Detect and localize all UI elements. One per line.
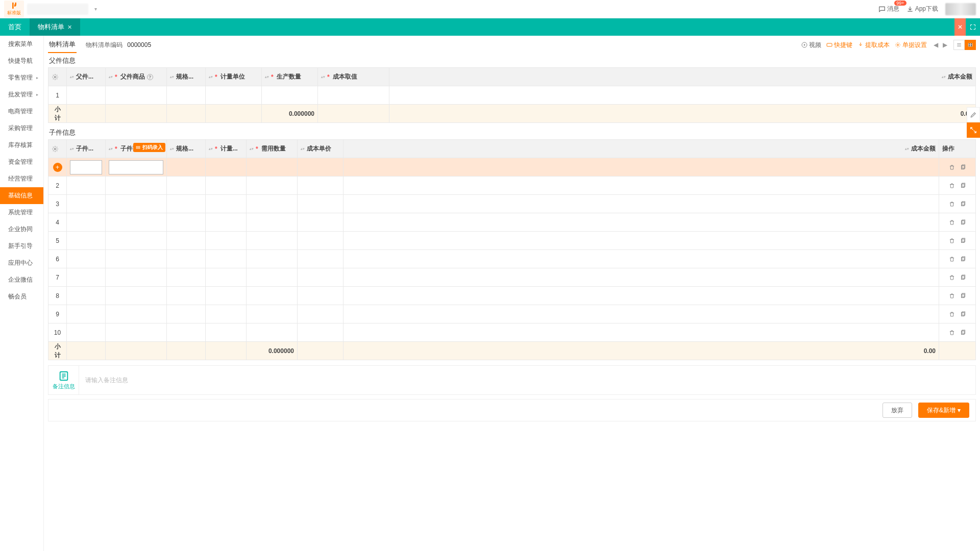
sidebar-item[interactable]: 畅会员 [0, 288, 43, 305]
remark-input[interactable] [79, 366, 975, 394]
tab-home-label: 首页 [8, 22, 21, 32]
delete-row-icon[interactable] [949, 183, 955, 189]
copy-row-icon[interactable] [960, 238, 966, 244]
shortcut-link[interactable]: 快捷键 [826, 41, 852, 49]
sidebar-item[interactable]: 企业微信 [0, 271, 43, 288]
nav-next[interactable]: ▶ [941, 40, 948, 49]
view-form[interactable] [965, 40, 976, 50]
parent-row-1[interactable]: 1 [48, 86, 976, 105]
dock-expand-button[interactable] [967, 122, 980, 138]
svg-point-4 [54, 148, 56, 150]
delete-row-icon[interactable] [949, 164, 955, 170]
child-row[interactable]: 6 [48, 250, 976, 268]
child-col-unit[interactable]: ▴▾*计量... [206, 140, 247, 158]
tabbar-close-button[interactable]: ✕ [954, 18, 966, 36]
top-header: 标准版 ▾ 消息 99+ App下载 [0, 0, 980, 18]
child-code-input[interactable] [70, 160, 102, 174]
parent-col-code[interactable]: ▴▾父件... [67, 68, 106, 86]
copy-row-icon[interactable] [960, 219, 966, 226]
delete-row-icon[interactable] [949, 219, 955, 226]
delete-row-icon[interactable] [949, 330, 955, 336]
child-col-product[interactable]: ▴▾*子件商... 扫码录入 [106, 140, 167, 158]
add-row-button[interactable]: + [53, 163, 62, 172]
copy-row-icon[interactable] [960, 164, 966, 170]
child-col-qty[interactable]: ▴▾*需用数量 [247, 140, 298, 158]
sidebar-item[interactable]: 库存核算 [0, 137, 43, 154]
save-new-button[interactable]: 保存&新增▾ [918, 403, 969, 418]
extract-cost-link[interactable]: 提取成本 [857, 41, 890, 49]
sidebar-item[interactable]: 资金管理 [0, 154, 43, 170]
copy-row-icon[interactable] [960, 201, 966, 207]
child-col-code[interactable]: ▴▾子件... [67, 140, 106, 158]
child-row[interactable]: 4 [48, 213, 976, 232]
sidebar-item[interactable]: 电商管理 [0, 103, 43, 120]
app-download-button[interactable]: App下载 [906, 5, 938, 13]
sidebar-item[interactable]: 基础信息 [0, 187, 43, 204]
child-row[interactable]: 10 [48, 323, 976, 342]
child-row[interactable]: 3 [48, 195, 976, 213]
sidebar-item[interactable]: 搜索菜单 [0, 36, 43, 53]
app-download-label: App下载 [915, 5, 938, 13]
parent-col-amount[interactable]: ▴▾成本金额 [389, 68, 976, 86]
sidebar-item[interactable]: 批发管理▸ [0, 86, 43, 103]
child-row[interactable]: 2 [48, 177, 976, 195]
close-icon[interactable]: ✕ [67, 24, 72, 31]
form-setting-link[interactable]: 单据设置 [895, 41, 927, 49]
copy-row-icon[interactable] [960, 256, 966, 262]
parent-col-product[interactable]: ▴▾*父件商品? [106, 68, 167, 86]
view-list[interactable] [953, 40, 965, 50]
delete-row-icon[interactable] [949, 274, 955, 281]
child-row[interactable]: 9 [48, 305, 976, 323]
delete-row-icon[interactable] [949, 256, 955, 262]
delete-row-icon[interactable] [949, 311, 955, 317]
parent-col-qty[interactable]: ▴▾*生产数量 [262, 68, 318, 86]
sidebar-item[interactable]: 企业协同 [0, 221, 43, 238]
form-icon [967, 42, 973, 47]
child-row-active[interactable]: + [48, 158, 976, 177]
discard-button[interactable]: 放弃 [883, 403, 912, 418]
scan-entry-button[interactable]: 扫码录入 [133, 143, 165, 152]
user-avatar[interactable] [945, 3, 976, 15]
parent-section-title: 父件信息 [48, 54, 976, 67]
tab-bom[interactable]: 物料清单 ✕ [30, 18, 80, 36]
sidebar-item[interactable]: 快捷导航 [0, 53, 43, 69]
child-product-input[interactable] [109, 160, 163, 174]
parent-col-unit[interactable]: ▴▾*计量单位 [206, 68, 262, 86]
child-col-price[interactable]: ▴▾成本单价 [298, 140, 344, 158]
org-selector[interactable] [27, 4, 88, 15]
child-row[interactable]: 7 [48, 268, 976, 287]
child-row[interactable]: 8 [48, 287, 976, 305]
sidebar-item[interactable]: 应用中心 [0, 255, 43, 271]
footer-actions: 放弃 保存&新增▾ [48, 399, 976, 421]
messages-button[interactable]: 消息 99+ [878, 5, 899, 13]
sidebar-item[interactable]: 经营管理 [0, 170, 43, 187]
delete-row-icon[interactable] [949, 293, 955, 299]
child-col-gear[interactable] [48, 140, 67, 158]
sidebar-item[interactable]: 零售管理▸ [0, 69, 43, 86]
child-row[interactable]: 5 [48, 232, 976, 250]
copy-row-icon[interactable] [960, 311, 966, 317]
chevron-down-icon[interactable]: ▾ [94, 6, 97, 12]
video-link[interactable]: 视频 [801, 41, 821, 49]
copy-row-icon[interactable] [960, 183, 966, 189]
copy-row-icon[interactable] [960, 274, 966, 281]
row-index: 5 [48, 232, 67, 250]
copy-row-icon[interactable] [960, 330, 966, 336]
fullscreen-button[interactable] [966, 18, 980, 36]
parent-col-costsrc[interactable]: ▴▾*成本取值 [318, 68, 389, 86]
tab-home[interactable]: 首页 [0, 18, 30, 36]
child-col-spec[interactable]: ▴▾规格... [167, 140, 206, 158]
parent-col-gear[interactable] [48, 68, 67, 86]
nav-prev[interactable]: ◀ [932, 40, 939, 49]
parent-col-spec[interactable]: ▴▾规格... [167, 68, 206, 86]
sidebar-item[interactable]: 采购管理 [0, 120, 43, 137]
sidebar-item[interactable]: 系统管理 [0, 204, 43, 221]
dock-edit-button[interactable] [967, 107, 980, 122]
copy-row-icon[interactable] [960, 293, 966, 299]
help-icon[interactable]: ? [147, 74, 153, 80]
delete-row-icon[interactable] [949, 201, 955, 207]
child-col-amount[interactable]: ▴▾成本金额 [344, 140, 939, 158]
delete-row-icon[interactable] [949, 238, 955, 244]
sidebar-item[interactable]: 新手引导 [0, 238, 43, 255]
sidebar-item-label: 畅会员 [8, 292, 27, 301]
